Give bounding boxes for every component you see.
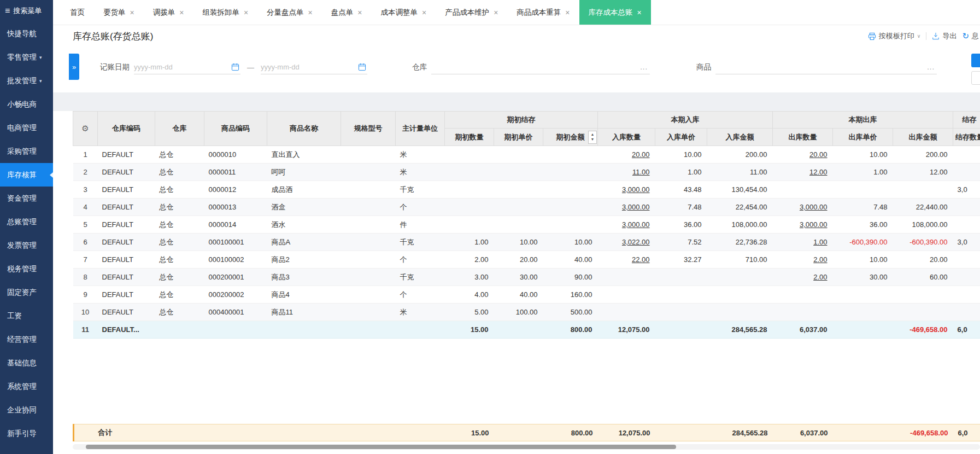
column-header[interactable]: 出库数量: [773, 129, 833, 146]
sidebar-item[interactable]: 采购管理: [0, 139, 53, 163]
tab-close-icon[interactable]: ×: [308, 9, 313, 16]
tab-close-icon[interactable]: ×: [422, 9, 426, 16]
warehouse-input[interactable]: [431, 60, 650, 74]
drilldown-link[interactable]: 3,022.00: [598, 234, 655, 251]
table-row[interactable]: 6DEFAULT总仓000100001商品A千克1.0010.0010.003,…: [73, 234, 980, 251]
export-button[interactable]: 导出: [932, 31, 956, 41]
drilldown-link[interactable]: 1.00: [773, 234, 833, 251]
product-input[interactable]: [715, 60, 937, 74]
column-header[interactable]: 期初金额▲▼: [543, 129, 598, 146]
sidebar-item[interactable]: 资金管理: [0, 187, 53, 210]
column-header[interactable]: 期初数量: [445, 129, 494, 146]
table-row[interactable]: 8DEFAULT总仓000200001商品3千克3.0030.0090.002.…: [73, 269, 980, 286]
drilldown-link[interactable]: 3,000.00: [598, 199, 655, 216]
tab[interactable]: 调拨单×: [144, 0, 193, 25]
sort-desc-icon[interactable]: ▼: [591, 137, 595, 142]
collapse-filter-button[interactable]: »: [69, 54, 79, 80]
tab[interactable]: 商品成本重算×: [507, 0, 579, 25]
tab-close-icon[interactable]: ×: [244, 9, 248, 16]
date-from-input[interactable]: [134, 60, 240, 74]
table-row[interactable]: 9DEFAULT总仓000200002商品4个4.0040.00160.00: [73, 286, 980, 304]
column-header[interactable]: 出库金额: [893, 129, 953, 146]
sidebar-item[interactable]: 新手引导: [0, 422, 53, 445]
calendar-icon[interactable]: [358, 63, 366, 73]
drilldown-link[interactable]: 3,000.00: [773, 216, 833, 234]
column-header[interactable]: 出库单价: [833, 129, 893, 146]
column-header[interactable]: 规格型号: [341, 112, 396, 146]
sidebar-item[interactable]: 总账管理: [0, 210, 53, 234]
sidebar-item[interactable]: 零售管理▾: [0, 45, 53, 69]
tab[interactable]: 产品成本维护×: [436, 0, 507, 25]
query-button[interactable]: [971, 54, 980, 67]
sort-asc-icon[interactable]: ▲: [591, 132, 595, 137]
sidebar-item[interactable]: 税务管理: [0, 257, 53, 281]
drilldown-link[interactable]: 3,000.00: [598, 216, 655, 234]
tab[interactable]: 分量盘点单×: [257, 0, 322, 25]
tab[interactable]: 库存成本总账×: [579, 0, 651, 25]
drilldown-link[interactable]: 3,000.00: [773, 199, 833, 216]
tab-close-icon[interactable]: ×: [130, 9, 134, 16]
table-row[interactable]: 11DEFAULT...15.00800.0012,075.00284,565.…: [73, 321, 980, 339]
sidebar-item[interactable]: 电商管理: [0, 116, 53, 139]
column-header[interactable]: 入库单价: [655, 129, 707, 146]
sidebar-search[interactable]: ≡ 搜索菜单: [0, 0, 53, 22]
sidebar-item[interactable]: 发票管理: [0, 234, 53, 257]
table-row[interactable]: 1DEFAULT总仓0000010直出直入米20.0010.00200.0020…: [73, 146, 980, 164]
sidebar-item[interactable]: 小畅电商: [0, 92, 53, 116]
sidebar-item[interactable]: 工资: [0, 304, 53, 328]
horizontal-scrollbar-thumb[interactable]: [86, 445, 676, 449]
warehouse-picker-button[interactable]: ...: [640, 63, 648, 71]
sidebar-item[interactable]: 库存核算: [0, 163, 53, 187]
table-row[interactable]: 3DEFAULT总仓0000012成品酒千克3,000.0043.48130,4…: [73, 181, 980, 199]
product-picker-button[interactable]: ...: [927, 63, 935, 71]
drilldown-link[interactable]: 2.00: [773, 251, 833, 269]
table-row[interactable]: 4DEFAULT总仓0000013酒盒个3,000.007.4822,454.0…: [73, 199, 980, 216]
drilldown-link[interactable]: 3,000.00: [598, 181, 655, 199]
refresh-button[interactable]: ↻ 息: [962, 31, 979, 41]
drilldown-link[interactable]: 12.00: [773, 164, 833, 181]
column-header[interactable]: 期初单价: [494, 129, 543, 146]
sort-spinner[interactable]: ▲▼: [588, 131, 597, 144]
sidebar-item[interactable]: 系统管理: [0, 375, 53, 398]
tab[interactable]: 盘点单×: [322, 0, 372, 25]
sidebar-item[interactable]: 企业协同: [0, 398, 53, 422]
column-header[interactable]: 商品编码: [204, 112, 267, 146]
sidebar-item[interactable]: 经营管理: [0, 328, 53, 351]
column-header[interactable]: 结存数量: [953, 129, 980, 146]
tab-close-icon[interactable]: ×: [637, 9, 642, 16]
column-header[interactable]: 仓库编码: [98, 112, 155, 146]
drilldown-link[interactable]: 20.00: [598, 146, 655, 164]
drilldown-link[interactable]: 11.00: [598, 164, 655, 181]
tab[interactable]: 组装拆卸单×: [193, 0, 257, 25]
column-header[interactable]: 入库数量: [598, 129, 655, 146]
tab[interactable]: 首页: [61, 0, 94, 25]
column-header[interactable]: 主计量单位: [396, 112, 445, 146]
tab-close-icon[interactable]: ×: [179, 9, 184, 16]
sidebar-item[interactable]: 固定资产: [0, 281, 53, 304]
gear-icon[interactable]: ⚙: [81, 124, 89, 133]
tab-close-icon[interactable]: ×: [494, 9, 498, 16]
reset-button[interactable]: [971, 71, 980, 85]
horizontal-scrollbar[interactable]: [73, 444, 980, 450]
drilldown-link[interactable]: 20.00: [773, 146, 833, 164]
table-row[interactable]: 2DEFAULT总仓0000011呵呵米11.001.0011.0012.001…: [73, 164, 980, 181]
tab[interactable]: 要货单×: [94, 0, 144, 25]
table-row[interactable]: 7DEFAULT总仓000100002商品2个2.0020.0040.0022.…: [73, 251, 980, 269]
calendar-icon[interactable]: [231, 63, 239, 73]
print-by-template-button[interactable]: 按模板打印 ∨: [868, 31, 921, 41]
column-settings-header[interactable]: ⚙: [73, 112, 98, 146]
column-header[interactable]: 仓库: [155, 112, 204, 146]
drilldown-link[interactable]: 2.00: [773, 269, 833, 286]
date-to-input[interactable]: [261, 60, 367, 74]
column-header[interactable]: 商品名称: [267, 112, 341, 146]
sidebar-item[interactable]: 快捷导航: [0, 22, 53, 45]
table-row[interactable]: 10DEFAULT总仓000400001商品11米5.00100.00500.0…: [73, 304, 980, 321]
tab-close-icon[interactable]: ×: [357, 9, 362, 16]
tab-close-icon[interactable]: ×: [565, 9, 570, 16]
column-header[interactable]: 入库金额: [707, 129, 773, 146]
sidebar-item[interactable]: 基础信息: [0, 351, 53, 375]
table-row[interactable]: 5DEFAULT总仓0000014酒水件3,000.0036.00108,000…: [73, 216, 980, 234]
sidebar-item[interactable]: 批发管理▾: [0, 69, 53, 92]
drilldown-link[interactable]: 22.00: [598, 251, 655, 269]
tab[interactable]: 成本调整单×: [371, 0, 436, 25]
